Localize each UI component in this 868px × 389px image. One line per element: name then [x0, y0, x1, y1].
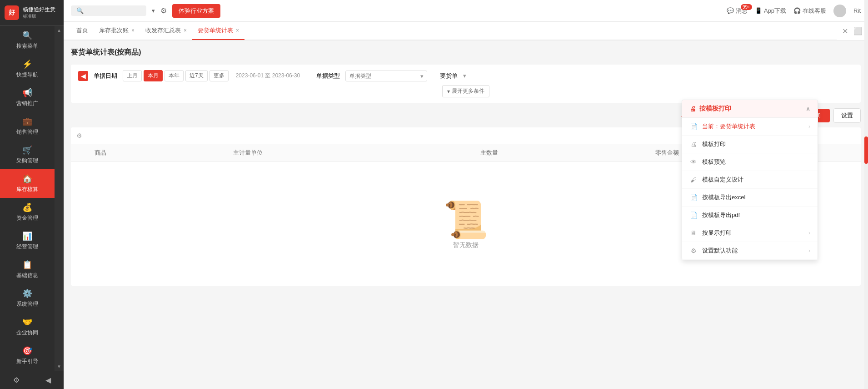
sidebar-label-sales: 销售管理 — [16, 128, 38, 136]
search-icon: 🔍 — [76, 7, 84, 14]
online-service-btn[interactable]: 🎧 在线客服 — [793, 7, 826, 15]
type-label: 单据类型 — [316, 72, 340, 80]
sidebar-label-finance: 资金管理 — [16, 214, 38, 222]
app-download-btn[interactable]: 📱 App下载 — [755, 7, 786, 15]
sidebar-item-inventory[interactable]: 🏠 库存核算 — [0, 169, 55, 198]
sidebar-item-operation[interactable]: 📊 经营管理 — [0, 227, 55, 255]
dropdown-display-print[interactable]: 🖥 按显示打印 › — [682, 224, 818, 242]
dropdown-design-icon: 🖌 — [689, 176, 698, 183]
tab-close-order_stat[interactable]: × — [236, 27, 239, 34]
dropdown-close-btn[interactable]: ∧ — [806, 105, 810, 112]
sidebar-item-finance[interactable]: 💰 资金管理 — [0, 198, 55, 227]
dropdown-preview-icon: 👁 — [689, 158, 698, 166]
experience-btn[interactable]: 体验行业方案 — [172, 4, 220, 18]
tab-receivable[interactable]: 收发存汇总表× — [140, 22, 192, 40]
settings-icon[interactable]: ⚙ — [13, 376, 20, 384]
sidebar-label-system: 系统管理 — [16, 300, 38, 308]
filter-bar: ◀ 单据日期 上月本月本年近7天更多 2023-06-01 至 2023-06-… — [71, 65, 861, 103]
window-maximize-btn[interactable]: ⬜ — [852, 25, 864, 37]
dropdown-current-item[interactable]: 📄 当前：要货单统计表 › — [682, 118, 818, 136]
tab-close-batch[interactable]: × — [131, 27, 135, 34]
right-scrollbar[interactable] — [864, 0, 868, 389]
dropdown-header: 🖨 按模板打印 ∧ — [682, 100, 818, 118]
dropdown-template-print[interactable]: 🖨 模板打印 — [682, 136, 818, 153]
empty-icon: 📜 — [443, 198, 489, 241]
sidebar-label-marketing: 营销推广 — [16, 100, 38, 107]
dropdown-template-design[interactable]: 🖌 模板自定义设计 — [682, 171, 818, 189]
sidebar-item-quicknav[interactable]: ⚡ 快捷导航 — [0, 55, 55, 83]
table-settings-icon[interactable]: ⚙ — [76, 132, 82, 139]
date-btn-上月[interactable]: 上月 — [123, 70, 142, 81]
type-select-wrap: 单据类型 — [345, 71, 427, 81]
tab-order_stat[interactable]: 要货单统计表× — [192, 22, 244, 40]
sidebar-label-basic: 基础信息 — [16, 272, 38, 279]
sidebar-item-collab[interactable]: 🤝 企业协同 — [0, 313, 55, 341]
sidebar-nav: 🔍 搜索菜单 ⚡ 快捷导航 📢 营销推广 💼 销售管理 🛒 采购管理 🏠 库存核… — [0, 26, 55, 371]
dropdown-export-excel[interactable]: 📄 按模板导出excel — [682, 189, 818, 207]
service-label: 在线客服 — [803, 7, 826, 15]
logo-icon: 好 — [5, 5, 19, 20]
date-btn-更多[interactable]: 更多 — [210, 70, 229, 81]
order-type-label: 要货单 — [440, 72, 458, 80]
sidebar-item-purchase[interactable]: 🛒 采购管理 — [0, 141, 55, 169]
sidebar-scroll-down[interactable]: ▼ — [57, 364, 61, 369]
window-action-btns: ✕ ⬜ — [837, 25, 868, 37]
dropdown-title: 🖨 按模板打印 — [689, 105, 731, 113]
date-btn-近7天[interactable]: 近7天 — [185, 70, 208, 81]
gear-icon[interactable]: ⚙ — [160, 6, 167, 15]
type-select[interactable]: 单据类型 — [345, 71, 427, 81]
sidebar-icon-system: ⚙️ — [22, 288, 32, 298]
tab-batch[interactable]: 库存批次账× — [94, 22, 140, 40]
sidebar-item-search[interactable]: 🔍 搜索菜单 — [0, 26, 55, 55]
expand-icon: ▾ — [447, 88, 450, 95]
date-btn-本月[interactable]: 本月 — [144, 70, 163, 81]
window-close-btn[interactable]: ✕ — [840, 25, 850, 37]
sidebar-item-sales[interactable]: 💼 销售管理 — [0, 112, 55, 141]
message-btn[interactable]: 💬 消息 99+ — [727, 7, 748, 15]
dropdown-set-default[interactable]: ⚙ 设置默认功能 › — [682, 242, 818, 260]
settings-btn[interactable]: 设置 — [833, 108, 861, 123]
tab-home[interactable]: 首页 — [71, 22, 94, 40]
collapse-filter-btn[interactable]: ◀ — [78, 71, 88, 81]
topbar-right: 💬 消息 99+ 📱 App下载 🎧 在线客服 Rit — [727, 5, 861, 17]
sidebar-label-collab: 企业协同 — [16, 329, 38, 337]
expand-conditions-btn[interactable]: ▾ 展开更多条件 — [442, 85, 489, 97]
search-input[interactable] — [86, 8, 141, 14]
order-type-dropdown[interactable]: ▾ — [463, 72, 466, 79]
dropdown-monitor-icon: 🖥 — [689, 229, 698, 237]
filter-row-2: ▾ 展开更多条件 — [78, 85, 853, 97]
search-box[interactable]: 🔍 — [71, 5, 146, 16]
user-name: Rit — [853, 7, 861, 14]
avatar[interactable] — [833, 5, 846, 17]
sidebar-item-system[interactable]: ⚙️ 系统管理 — [0, 284, 55, 313]
dropdown-default-icon: ⚙ — [689, 247, 698, 254]
sidebar-label-inventory: 库存核算 — [16, 186, 38, 193]
sidebar-item-marketing[interactable]: 📢 营销推广 — [0, 83, 55, 112]
date-btn-本年[interactable]: 本年 — [165, 70, 184, 81]
sidebar-label-purchase: 采购管理 — [16, 157, 38, 165]
dropdown-printer-icon: 🖨 — [689, 141, 698, 148]
sidebar-icon-quicknav: ⚡ — [22, 59, 32, 69]
dropdown-title-text: 按模板打印 — [699, 105, 731, 113]
filter-row-1: ◀ 单据日期 上月本月本年近7天更多 2023-06-01 至 2023-06-… — [78, 70, 853, 81]
tab-label-receivable: 收发存汇总表 — [145, 26, 181, 35]
tabs: 首页库存批次账×收发存汇总表×要货单统计表× — [64, 22, 837, 40]
dropdown-export-pdf[interactable]: 📄 按模板导出pdf — [682, 207, 818, 224]
tab-close-receivable[interactable]: × — [184, 27, 187, 34]
expand-label: 展开更多条件 — [452, 87, 484, 95]
search-dropdown-btn[interactable]: ▾ — [152, 7, 155, 14]
date-label: 单据日期 — [94, 72, 117, 80]
speaker-icon[interactable]: ◀ — [45, 376, 51, 384]
app-name: 畅捷通好生意 — [23, 6, 55, 14]
app-logo: 好 畅捷通好生意 标准版 — [0, 0, 64, 26]
date-range-display: 2023-06-01 至 2023-06-30 — [236, 72, 300, 80]
col-商品: 商品 — [89, 144, 228, 162]
dropdown-current-arrow: › — [808, 123, 810, 130]
dropdown-template-design-label: 模板自定义设计 — [702, 176, 743, 184]
date-buttons: 上月本月本年近7天更多 — [123, 70, 229, 81]
dropdown-template-preview[interactable]: 👁 模板预览 — [682, 153, 818, 171]
dropdown-title-icon: 🖨 — [689, 105, 696, 112]
sidebar-item-basic[interactable]: 📋 基础信息 — [0, 255, 55, 284]
sidebar-item-guide[interactable]: 🎯 新手引导 — [0, 341, 55, 370]
sidebar-scroll-up[interactable]: ▲ — [57, 28, 61, 33]
